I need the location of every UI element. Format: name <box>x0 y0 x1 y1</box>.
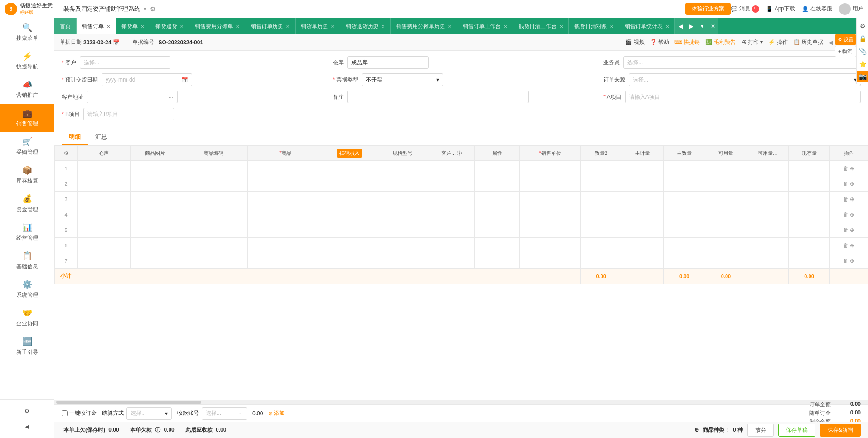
row-copy-icon[interactable]: ⊕ <box>850 165 854 172</box>
tab-daily-workbench[interactable]: 钱货日清工作台 ✕ <box>513 18 569 34</box>
history-btn[interactable]: 📋 历史单据 <box>793 39 823 46</box>
tab-statistics[interactable]: 销售订单统计表 ✕ <box>619 18 675 34</box>
staff-input[interactable]: 选择... ··· <box>623 56 861 69</box>
address-input[interactable]: ··· <box>87 91 178 103</box>
industry-plan-button[interactable]: 体验行业方案 <box>685 3 731 15</box>
operate-btn[interactable]: ⚡ 操作 <box>768 39 787 46</box>
rq-camera-btn[interactable]: 📷 <box>857 71 868 82</box>
tab-return-history[interactable]: 销货退货历史 ✕ <box>340 18 391 34</box>
tab-detail[interactable]: 明细 <box>62 129 88 145</box>
rq-config-btn[interactable]: ⚙ <box>857 20 868 32</box>
row-copy-icon[interactable]: ⊕ <box>850 227 854 233</box>
customer-input[interactable]: 选择... ··· <box>80 56 170 69</box>
settle-method-select[interactable]: 选择... ▾ <box>126 407 172 420</box>
rq-lock-btn[interactable]: 🔒 <box>857 33 868 44</box>
sidebar-item-sales[interactable]: 💼 销售管理 <box>0 104 54 132</box>
profit-preview-btn[interactable]: 💹 毛利预告 <box>705 39 735 46</box>
discard-button[interactable]: 放弃 <box>747 424 774 437</box>
quick-settle-label[interactable]: 一键收订金 <box>62 409 97 417</box>
row-copy-icon[interactable]: ⊕ <box>850 242 854 249</box>
tab-summary[interactable]: 汇总 <box>88 129 114 145</box>
save-new-button[interactable]: 保存&新增 <box>820 424 861 437</box>
sidebar-item-collapse[interactable]: ◀ <box>0 419 54 434</box>
tab-home[interactable]: 首页 <box>54 18 77 34</box>
tab-next-btn[interactable]: ▶ <box>686 18 697 34</box>
rq-star-btn[interactable]: ⭐ <box>857 58 868 70</box>
message-button[interactable]: 💬 消息 9 <box>731 5 759 13</box>
warehouse-input[interactable]: 成品库 ··· <box>347 56 429 69</box>
rq-attach-btn[interactable]: 📎 <box>857 45 868 57</box>
tab-close-icon[interactable]: ✕ <box>236 24 239 29</box>
delivery-input[interactable]: yyyy-mm-dd 📅 <box>102 73 192 86</box>
tab-close-icon[interactable]: ✕ <box>141 24 144 29</box>
sidebar-item-search[interactable]: 🔍 搜索菜单 <box>0 18 54 47</box>
prev-record-btn[interactable]: ◀ <box>829 39 833 46</box>
row-delete-icon[interactable]: 🗑 <box>843 212 849 218</box>
sidebar-item-marketing[interactable]: 📣 营销推广 <box>0 75 54 104</box>
cal-icon[interactable]: 📅 <box>181 77 188 83</box>
tab-close-icon[interactable]: ✕ <box>504 24 507 29</box>
user-area[interactable]: 用户 <box>839 3 863 15</box>
scroll-bar-area[interactable] <box>54 400 868 404</box>
tab-menu-btn[interactable]: ▾ <box>697 18 708 34</box>
tab-sales-expense[interactable]: 销售费用分摊单 ✕ <box>189 18 245 34</box>
tab-expense-history[interactable]: 销售费用分摊单历史 ✕ <box>391 18 457 34</box>
tab-close-all-btn[interactable]: ✕ <box>708 18 718 34</box>
tab-sales-order[interactable]: 销售订单 ✕ <box>77 18 116 34</box>
tab-prev-btn[interactable]: ◀ <box>675 18 686 34</box>
invoice-select[interactable]: 不开票 ▾ <box>362 73 443 86</box>
a-project-input[interactable] <box>625 91 861 103</box>
add-item-quick-btn[interactable]: + 物流 <box>835 46 856 57</box>
sidebar-item-enterprise[interactable]: 🤝 企业协同 <box>0 303 54 332</box>
tab-close-icon[interactable]: ✕ <box>331 24 335 29</box>
sidebar-item-purchase[interactable]: 🛒 采购管理 <box>0 132 54 161</box>
account-select[interactable]: 选择... ··· <box>202 407 247 420</box>
row-delete-icon[interactable]: 🗑 <box>843 196 849 202</box>
tab-close-icon[interactable]: ✕ <box>180 24 184 29</box>
tab-workbench[interactable]: 销售订单工作台 ✕ <box>457 18 513 34</box>
online-service-button[interactable]: 👤 在线客服 <box>802 5 832 13</box>
scan-input-btn[interactable]: 扫码录入 <box>337 149 362 158</box>
scroll-thumb[interactable] <box>56 401 201 404</box>
add-button[interactable]: ⊕ 添加 <box>268 409 285 417</box>
sidebar-item-newbie[interactable]: 🆕 新手引导 <box>0 332 54 361</box>
calendar-icon[interactable]: 📅 <box>113 39 120 46</box>
tab-close-icon[interactable]: ✕ <box>381 24 385 29</box>
print-btn[interactable]: 🖨 打印 ▾ <box>741 39 763 46</box>
help-btn[interactable]: ❓ 帮助 <box>650 39 669 46</box>
tab-close-icon[interactable]: ✕ <box>107 24 110 29</box>
tab-close-icon[interactable]: ✕ <box>559 24 563 29</box>
tab-sales-order-history[interactable]: 销售订单历史 ✕ <box>245 18 296 34</box>
app-download-button[interactable]: 📱 App下载 <box>766 5 795 13</box>
sidebar-item-operations[interactable]: 📊 经营管理 <box>0 218 54 246</box>
settings-quick-btn[interactable]: ⚙ 设置 <box>835 34 856 45</box>
row-copy-icon[interactable]: ⊕ <box>850 196 854 202</box>
tab-sales-bill[interactable]: 销货单 ✕ <box>116 18 150 34</box>
row-copy-icon[interactable]: ⊕ <box>850 258 854 264</box>
b-project-input[interactable] <box>83 108 174 120</box>
sidebar-item-baseinfo[interactable]: 📋 基础信息 <box>0 246 54 275</box>
row-copy-icon[interactable]: ⊕ <box>850 212 854 218</box>
remark-input[interactable] <box>347 91 529 103</box>
tab-reconcile[interactable]: 钱货日清对账 ✕ <box>569 18 619 34</box>
quick-settle-checkbox[interactable] <box>62 410 68 416</box>
tab-sales-return[interactable]: 销货退货 ✕ <box>150 18 189 34</box>
sidebar-item-config[interactable]: ⚙ <box>0 404 54 419</box>
sidebar-item-quicknav[interactable]: ⚡ 快捷导航 <box>0 47 54 75</box>
row-copy-icon[interactable]: ⊕ <box>850 181 854 187</box>
save-draft-button[interactable]: 保存草稿 <box>778 424 815 437</box>
row-delete-icon[interactable]: 🗑 <box>843 227 849 233</box>
row-delete-icon[interactable]: 🗑 <box>843 258 849 264</box>
order-source-input[interactable]: 选择... ▾ <box>629 73 861 86</box>
shortcut-btn[interactable]: ⌨ 快捷键 <box>674 39 700 46</box>
sidebar-item-inventory[interactable]: 📦 库存核算 <box>0 161 54 189</box>
video-btn[interactable]: 🎬 视频 <box>625 39 644 46</box>
row-delete-icon[interactable]: 🗑 <box>843 242 849 249</box>
row-delete-icon[interactable]: 🗑 <box>843 165 849 172</box>
settings-icon[interactable]: ⚙ <box>150 5 156 13</box>
tab-close-icon[interactable]: ✕ <box>448 24 451 29</box>
tab-close-icon[interactable]: ✕ <box>665 24 669 29</box>
dropdown-arrow-icon[interactable]: ▾ <box>144 6 146 12</box>
tab-sales-bill-history[interactable]: 销货单历史 ✕ <box>296 18 340 34</box>
tab-close-icon[interactable]: ✕ <box>286 24 290 29</box>
